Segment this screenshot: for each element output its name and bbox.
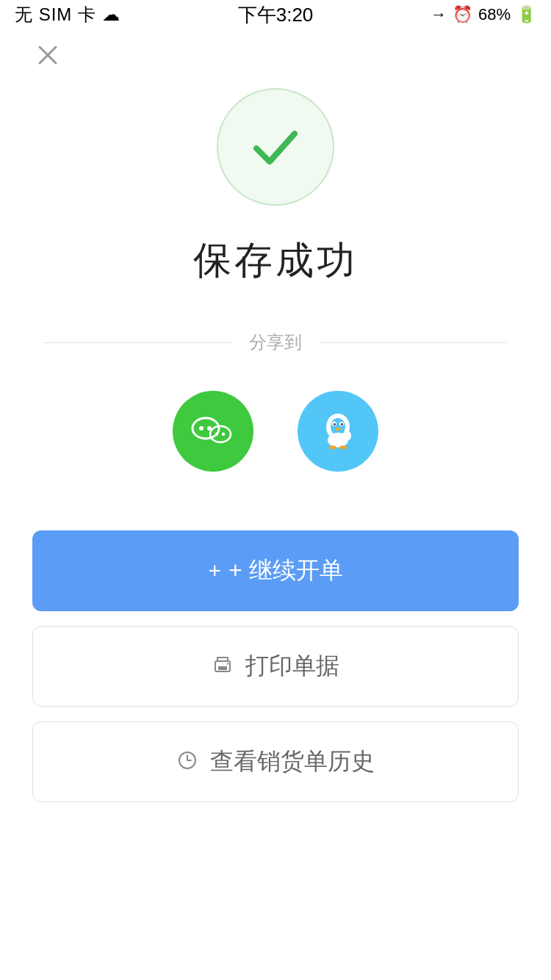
svg-point-6 <box>215 433 218 436</box>
svg-point-15 <box>328 433 348 447</box>
close-icon <box>37 44 59 66</box>
svg-point-3 <box>199 426 204 430</box>
svg-point-12 <box>334 423 336 425</box>
svg-point-7 <box>222 433 225 436</box>
plus-icon: + <box>208 560 221 582</box>
svg-point-14 <box>336 428 341 430</box>
svg-point-13 <box>341 423 343 425</box>
divider-text: 分享到 <box>231 331 320 354</box>
qq-share-button[interactable] <box>298 391 378 472</box>
share-icons <box>173 391 378 472</box>
wechat-icon <box>190 408 237 455</box>
close-button[interactable] <box>29 37 66 73</box>
status-left: 无 SIM 卡 ☁ <box>15 3 120 26</box>
checkmark-icon <box>246 118 305 176</box>
print-icon <box>212 654 234 680</box>
status-right: → ⏰ 68% 🔋 <box>431 5 536 24</box>
history-label: 查看销货单历史 <box>210 746 375 778</box>
svg-point-17 <box>339 446 347 450</box>
share-divider: 分享到 <box>0 331 551 354</box>
battery-level: 68% <box>478 5 511 24</box>
continue-button[interactable]: + + 继续开单 <box>32 530 519 611</box>
print-label: 打印单据 <box>245 650 339 682</box>
status-bar: 无 SIM 卡 ☁ 下午3:20 → ⏰ 68% 🔋 <box>0 0 551 29</box>
location-icon: → <box>431 5 447 24</box>
main-content: 保存成功 分享到 <box>0 29 551 802</box>
svg-rect-20 <box>218 666 227 670</box>
divider-right <box>320 342 507 343</box>
success-title: 保存成功 <box>193 235 358 287</box>
history-button[interactable]: 查看销货单历史 <box>32 721 519 802</box>
success-circle <box>217 88 334 206</box>
buttons-section: + + 继续开单 打印单据 查看销货单历 <box>0 530 551 802</box>
print-button[interactable]: 打印单据 <box>32 626 519 707</box>
qq-icon <box>314 408 361 455</box>
battery-icon: 🔋 <box>516 5 536 24</box>
continue-label: + 继续开单 <box>228 555 343 587</box>
svg-point-16 <box>329 446 336 450</box>
svg-point-5 <box>210 426 231 442</box>
svg-point-21 <box>227 663 228 664</box>
alarm-icon: ⏰ <box>453 5 472 24</box>
divider-left <box>44 342 231 343</box>
svg-point-18 <box>345 431 351 440</box>
history-icon <box>176 749 198 775</box>
wechat-share-button[interactable] <box>173 391 253 472</box>
status-time: 下午3:20 <box>238 2 314 28</box>
